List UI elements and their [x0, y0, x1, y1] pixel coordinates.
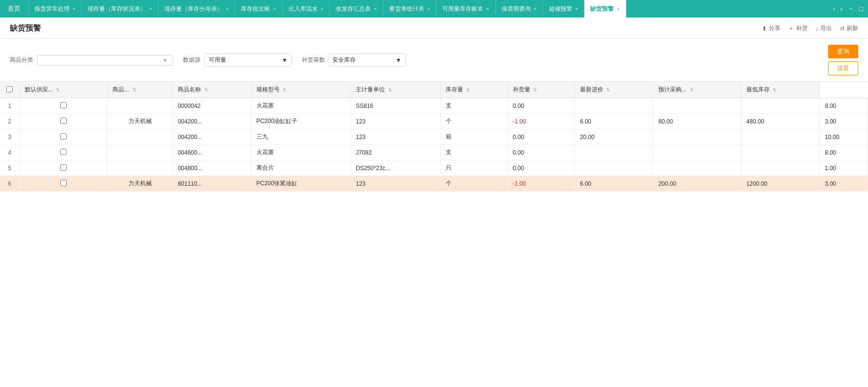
- select-all-checkbox[interactable]: [6, 86, 13, 92]
- tab-5-label: 出入库流水: [289, 5, 318, 13]
- tab-1-close[interactable]: ×: [72, 6, 75, 12]
- th-latest-price-sort-icon: ⇅: [606, 88, 610, 92]
- th-product-code-label: 商品...: [112, 86, 129, 93]
- tab-11-close[interactable]: ×: [616, 6, 619, 12]
- tab-minimize-button[interactable]: －: [846, 3, 856, 14]
- row-replenish-qty-2: 20.00: [575, 129, 653, 145]
- tab-next-button[interactable]: ›: [838, 4, 845, 14]
- tab-9[interactable]: 保质期查询 ×: [496, 0, 543, 18]
- row-checkbox-0[interactable]: [19, 98, 108, 114]
- row-replenish-qty-1: 6.00: [575, 114, 653, 129]
- th-unit[interactable]: 主计量单位 ⇅: [351, 82, 441, 98]
- row-checkbox-1[interactable]: [19, 114, 108, 129]
- tab-2-label: 现存量（库存状况表）: [88, 5, 146, 13]
- tab-3[interactable]: 现存量（库存分布表） ×: [159, 0, 235, 18]
- row-spec-4: DS250*23c...: [351, 160, 441, 176]
- th-spec-label: 规格型号: [256, 86, 280, 93]
- th-product-name[interactable]: 商品名称 ⇅: [173, 82, 251, 98]
- th-latest-price-label: 最新进价: [580, 86, 603, 93]
- settings-button[interactable]: 设置: [828, 61, 858, 75]
- row-latest-price-2: [653, 129, 741, 145]
- tab-10-close[interactable]: ×: [575, 6, 578, 12]
- tab-7-label: 要货单统计表: [389, 5, 424, 13]
- th-product-name-label: 商品名称: [178, 86, 201, 93]
- th-estimated-purchase-label: 预计采购...: [658, 86, 687, 93]
- tab-9-label: 保质期查询: [502, 5, 531, 13]
- row-estimated-purchase-0: [741, 98, 819, 114]
- row-checkbox-3[interactable]: [19, 145, 108, 160]
- row-num-1: 2: [0, 114, 19, 129]
- row-num-5: 6: [0, 176, 19, 192]
- tab-7-close[interactable]: ×: [427, 6, 430, 12]
- row-replenish-qty-4: [575, 160, 653, 176]
- tab-4-close[interactable]: ×: [273, 6, 276, 12]
- row-name-1: PC200油缸缸子: [251, 114, 351, 129]
- tab-2[interactable]: 现存量（库存状况表） ×: [82, 0, 158, 18]
- tab-6-close[interactable]: ×: [374, 6, 377, 12]
- row-spec-3: J7092: [351, 145, 441, 160]
- tab-maximize-button[interactable]: □: [857, 4, 865, 14]
- th-default-supplier-sort-icon: ⇅: [56, 88, 60, 92]
- th-spec-sort-icon: ⇅: [283, 88, 287, 92]
- tab-10[interactable]: 超储预警 ×: [543, 0, 584, 18]
- tab-1[interactable]: 拣货异常处理 ×: [29, 0, 82, 18]
- th-min-stock[interactable]: 最低库存 ⇅: [741, 82, 819, 98]
- th-replenish-qty[interactable]: 补货量 ⇅: [507, 82, 575, 98]
- row-replenish-qty-0: [575, 98, 653, 114]
- row-checkbox-2[interactable]: [19, 129, 108, 145]
- tab-5[interactable]: 出入库流水 ×: [283, 0, 330, 18]
- row-min-stock-5: 3.00: [820, 176, 868, 192]
- tab-9-close[interactable]: ×: [534, 6, 537, 12]
- replenish-button[interactable]: ＋ 补货: [788, 24, 808, 33]
- row-stock-5: -1.00: [507, 176, 575, 192]
- tab-2-close[interactable]: ×: [149, 6, 152, 12]
- tab-3-close[interactable]: ×: [226, 6, 229, 12]
- th-stock[interactable]: 库存量 ⇅: [440, 82, 507, 98]
- refresh-button[interactable]: ↺ 刷新: [840, 24, 858, 33]
- row-supplier-1: 力天机械: [108, 114, 173, 129]
- header-actions: ⬆ 分享 ＋ 补货 ↓ 导出 ↺ 刷新: [762, 24, 858, 33]
- th-default-supplier[interactable]: 默认供应... ⇅: [19, 82, 108, 98]
- tab-prev-button[interactable]: ‹: [831, 4, 837, 14]
- share-button[interactable]: ⬆ 分享: [762, 24, 780, 33]
- tab-8-label: 可用量库存账本: [442, 5, 483, 13]
- page-header: 缺货预警 ⬆ 分享 ＋ 补货 ↓ 导出 ↺ 刷新: [0, 18, 868, 39]
- datasource-select[interactable]: 可用量 ▼: [204, 53, 292, 67]
- th-min-stock-sort-icon: ⇅: [773, 88, 777, 92]
- tab-8-close[interactable]: ×: [486, 6, 489, 12]
- row-name-3: 火花塞: [251, 145, 351, 160]
- th-product-code[interactable]: 商品... ⇅: [108, 82, 173, 98]
- th-latest-price[interactable]: 最新进价 ⇅: [575, 82, 653, 98]
- row-min-stock-3: 8.00: [820, 145, 868, 160]
- row-name-5: PC200张紧油缸: [251, 176, 351, 192]
- th-checkbox[interactable]: [0, 82, 19, 98]
- tab-home[interactable]: 首页: [0, 0, 29, 18]
- filter-actions: 查询 设置: [828, 45, 858, 75]
- category-select[interactable]: ▼: [37, 55, 173, 66]
- row-checkbox-4[interactable]: [19, 160, 108, 176]
- row-latest-price-0: [653, 98, 741, 114]
- th-stock-sort-icon: ⇅: [466, 88, 470, 92]
- th-stock-label: 库存量: [446, 86, 463, 93]
- row-supplier-0: [108, 98, 173, 114]
- tab-11[interactable]: 缺货预警 ×: [584, 0, 626, 18]
- row-stock-2: 0.00: [507, 129, 575, 145]
- row-unit-5: 个: [440, 176, 507, 192]
- export-button[interactable]: ↓ 导出: [815, 24, 832, 33]
- tab-7[interactable]: 要货单统计表 ×: [383, 0, 436, 18]
- tab-8[interactable]: 可用量库存账本 ×: [436, 0, 495, 18]
- tab-4-label: 库存批次账: [241, 5, 270, 13]
- th-spec[interactable]: 规格型号 ⇅: [251, 82, 351, 98]
- replenish-label: 补货: [796, 24, 808, 33]
- query-button[interactable]: 查询: [828, 45, 858, 58]
- tab-6[interactable]: 收发存汇总表 ×: [330, 0, 383, 18]
- row-spec-1: 123: [351, 114, 441, 129]
- tab-5-close[interactable]: ×: [321, 6, 324, 12]
- tab-4[interactable]: 库存批次账 ×: [235, 0, 282, 18]
- share-icon: ⬆: [762, 25, 767, 32]
- replenish-base-select[interactable]: 安全库存 ▼: [328, 53, 406, 67]
- row-stock-0: 0.00: [507, 98, 575, 114]
- row-checkbox-5[interactable]: [19, 176, 108, 192]
- th-estimated-purchase[interactable]: 预计采购... ⇅: [653, 82, 741, 98]
- row-num-3: 4: [0, 145, 19, 160]
